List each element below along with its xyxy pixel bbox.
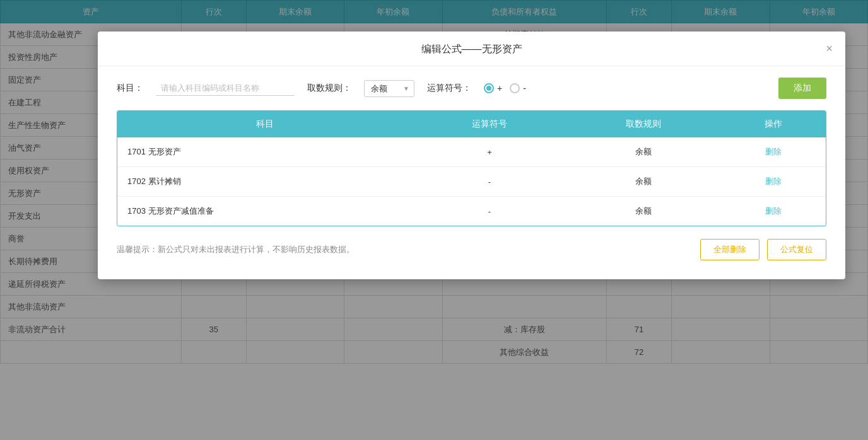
modal-close-button[interactable]: × [826, 43, 833, 54]
radio-plus-circle [484, 83, 494, 93]
formula-action: 删除 [720, 137, 826, 167]
rule-label: 取数规则： [307, 83, 351, 94]
formula-operator: + [413, 137, 566, 167]
edit-formula-modal: 编辑公式——无形资产 × 科目： 取数规则： 余额 ▼ 运算符号： + - 添加 [98, 32, 845, 279]
formula-rule: 余额 [566, 137, 720, 167]
rule-select[interactable]: 余额 [364, 80, 414, 97]
operator-label: 运算符号： [427, 83, 471, 94]
delete-all-button[interactable]: 全部删除 [700, 239, 760, 260]
formula-table: 科目运算符号取数规则操作 1701 无形资产 + 余额 删除 1702 累计摊销… [117, 110, 826, 226]
operator-radio-group: + - [484, 83, 526, 93]
reset-formula-button[interactable]: 公式复位 [767, 239, 826, 260]
formula-subject: 1701 无形资产 [117, 137, 413, 167]
table-header-cell: 取数规则 [566, 111, 720, 137]
formula-rule: 余额 [566, 167, 720, 197]
modal-title: 编辑公式——无形资产 [421, 43, 522, 56]
radio-plus-label: + [497, 83, 502, 93]
warning-text: 温馨提示：新公式只对未出报表进行计算，不影响历史报表数据。 [117, 244, 355, 255]
modal-form-row: 科目： 取数规则： 余额 ▼ 运算符号： + - 添加 [98, 66, 845, 110]
modal-header: 编辑公式——无形资产 × [98, 32, 845, 66]
footer-buttons: 全部删除 公式复位 [700, 239, 826, 260]
delete-row-link[interactable]: 删除 [765, 206, 782, 216]
formula-table-row: 1701 无形资产 + 余额 删除 [117, 137, 826, 167]
table-header-cell: 操作 [720, 111, 826, 137]
formula-table-row: 1703 无形资产减值准备 - 余额 删除 [117, 197, 826, 226]
formula-subject: 1702 累计摊销 [117, 167, 413, 197]
formula-operator: - [413, 167, 566, 197]
formula-action: 删除 [720, 197, 826, 226]
table-header-cell: 科目 [117, 111, 413, 137]
formula-operator: - [413, 197, 566, 226]
formula-action: 删除 [720, 167, 826, 197]
delete-row-link[interactable]: 删除 [765, 177, 782, 186]
delete-row-link[interactable]: 删除 [765, 147, 782, 156]
table-header-cell: 运算符号 [413, 111, 566, 137]
formula-rule: 余额 [566, 197, 720, 226]
subject-label: 科目： [117, 83, 143, 94]
radio-minus[interactable]: - [510, 83, 526, 93]
radio-minus-circle [510, 83, 520, 93]
formula-table-row: 1702 累计摊销 - 余额 删除 [117, 167, 826, 197]
formula-subject: 1703 无形资产减值准备 [117, 197, 413, 226]
radio-minus-label: - [523, 83, 526, 93]
subject-input[interactable] [156, 81, 295, 96]
add-button[interactable]: 添加 [778, 78, 826, 99]
modal-footer: 温馨提示：新公式只对未出报表进行计算，不影响历史报表数据。 全部删除 公式复位 [98, 226, 845, 260]
rule-select-wrapper: 余额 ▼ [364, 80, 414, 97]
radio-plus[interactable]: + [484, 83, 502, 93]
